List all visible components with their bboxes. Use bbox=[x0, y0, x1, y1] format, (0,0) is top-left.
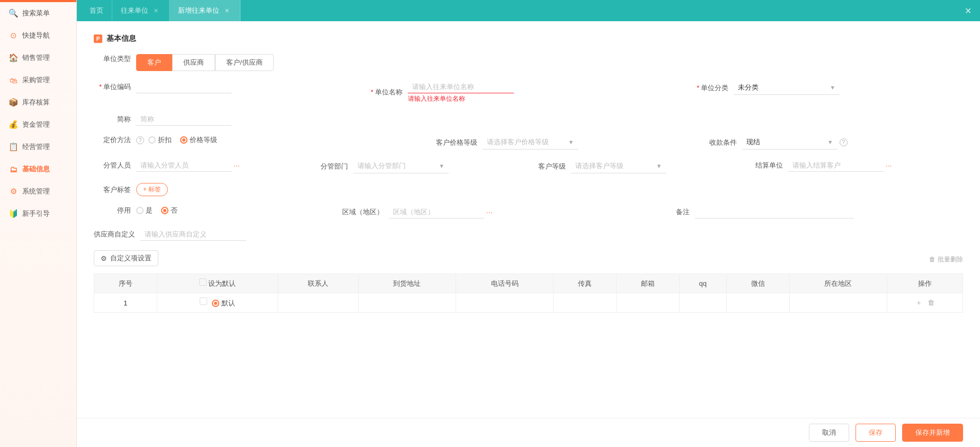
form-row-disabled: 停用 是 否 区域（地区） ··· bbox=[94, 206, 963, 218]
cancel-button[interactable]: 取消 bbox=[809, 424, 849, 442]
field-remark: 备注 bbox=[653, 206, 963, 218]
close-all-tabs[interactable]: ✕ bbox=[960, 4, 976, 18]
tab-home[interactable]: 首页 bbox=[81, 0, 112, 21]
save-button[interactable]: 保存 bbox=[856, 424, 896, 442]
payment-help-icon[interactable]: ? bbox=[840, 138, 848, 146]
form-row-1: 单位编码 000009 单位名称 请输入往来单位名称 单位分类 未分类 ▼ bbox=[94, 81, 963, 103]
unit-name-label: 单位名称 bbox=[366, 87, 408, 97]
field-department: 分管部门 请输入分管部门 ▼ bbox=[311, 159, 528, 173]
add-tag-button[interactable]: + 标签 bbox=[136, 183, 168, 196]
sidebar-item-finance[interactable]: 💰 资金管理 bbox=[0, 113, 76, 136]
radio-no-circle bbox=[161, 207, 168, 214]
customer-price-level-select[interactable]: 请选择客户价格等级 ▼ bbox=[483, 135, 578, 150]
sidebar-item-quick-nav[interactable]: ⊙ 快捷导航 bbox=[0, 24, 76, 47]
sidebar-item-label: 搜索菜单 bbox=[22, 8, 50, 18]
customer-level-select[interactable]: 请选择客户等级 ▼ bbox=[571, 159, 666, 173]
sidebar-item-operations[interactable]: 📋 经营管理 bbox=[0, 136, 76, 158]
col-operation: 操作 bbox=[887, 274, 963, 293]
radio-price-level-label: 价格等级 bbox=[190, 135, 217, 145]
short-name-input[interactable] bbox=[136, 113, 231, 126]
sidebar-item-label: 库存核算 bbox=[22, 98, 50, 107]
custom-settings-button[interactable]: ⚙ 自定义项设置 bbox=[94, 250, 158, 266]
sidebar-item-guide[interactable]: 🔰 新手引导 bbox=[0, 203, 76, 225]
unit-category-value: 未分类 bbox=[738, 83, 830, 92]
settlement-more-icon[interactable]: ··· bbox=[884, 161, 894, 170]
section-title: 基本信息 bbox=[106, 34, 136, 43]
type-btn-customer[interactable]: 客户 bbox=[136, 54, 172, 71]
settlement-unit-label: 结算单位 bbox=[746, 161, 788, 170]
cell-fax bbox=[554, 293, 617, 313]
cell-qq bbox=[679, 293, 727, 313]
manager-input[interactable] bbox=[136, 159, 231, 172]
finance-icon: 💰 bbox=[8, 120, 18, 129]
unit-type-label: 单位类型 bbox=[94, 54, 136, 64]
radio-yes[interactable]: 是 bbox=[136, 206, 153, 215]
radio-price-level[interactable]: 价格等级 bbox=[180, 135, 217, 145]
tab-new-partner[interactable]: 新增往来单位 ✕ bbox=[170, 0, 240, 21]
tab-partners-close[interactable]: ✕ bbox=[152, 6, 161, 15]
region-more-icon[interactable]: ··· bbox=[484, 208, 495, 216]
cell-operation: ＋ 🗑 bbox=[887, 293, 963, 313]
cell-wechat bbox=[727, 293, 790, 313]
sidebar-item-purchase[interactable]: 🛍 采购管理 bbox=[0, 69, 76, 91]
field-disabled: 停用 是 否 bbox=[94, 206, 342, 215]
col-qq: qq bbox=[679, 274, 727, 293]
department-select[interactable]: 请输入分管部门 ▼ bbox=[353, 159, 449, 173]
sidebar-item-sales[interactable]: 🏠 销售管理 bbox=[0, 47, 76, 69]
payment-terms-select[interactable]: 现结 ▼ bbox=[742, 135, 838, 150]
batch-delete-label: 批量删除 bbox=[938, 255, 963, 264]
tab-new-partner-label: 新增往来单位 bbox=[178, 6, 219, 15]
sidebar-item-system[interactable]: ⚙ 系统管理 bbox=[0, 180, 76, 203]
sidebar-item-basic[interactable]: 🗂 基础信息 bbox=[0, 158, 76, 180]
settlement-unit-input[interactable] bbox=[788, 159, 884, 172]
tab-partners[interactable]: 往来单位 ✕ bbox=[112, 0, 170, 21]
gear-icon: ⚙ bbox=[101, 255, 107, 262]
remark-input[interactable] bbox=[695, 206, 854, 218]
department-label: 分管部门 bbox=[311, 162, 353, 171]
col-email: 邮箱 bbox=[616, 274, 679, 293]
manager-more-icon[interactable]: ··· bbox=[231, 161, 242, 170]
pricing-help-icon[interactable]: ? bbox=[136, 136, 144, 144]
row-default-radio[interactable]: 默认 bbox=[212, 299, 235, 308]
footer-bar: 取消 保存 保存并新增 bbox=[77, 418, 980, 447]
batch-delete-button[interactable]: 🗑 批量删除 bbox=[929, 255, 963, 264]
table-section: ⚙ 自定义项设置 🗑 批量删除 序号 设为默认 联系人 到货地址 电话号码 bbox=[94, 250, 963, 313]
sidebar-item-search[interactable]: 🔍 搜索菜单 bbox=[0, 2, 76, 24]
unit-code-input[interactable]: 000009 bbox=[136, 81, 231, 93]
supplier-custom-label: 供应商自定义 bbox=[94, 230, 140, 239]
custom-settings-label: 自定义项设置 bbox=[110, 253, 152, 263]
manager-label: 分管人员 bbox=[94, 161, 136, 170]
type-btn-both[interactable]: 客户/供应商 bbox=[215, 54, 274, 71]
save-new-button[interactable]: 保存并新增 bbox=[902, 424, 963, 442]
cell-phone bbox=[456, 293, 554, 313]
row-delete-icon[interactable]: 🗑 bbox=[928, 299, 934, 306]
col-phone: 电话号码 bbox=[456, 274, 554, 293]
type-btn-supplier[interactable]: 供应商 bbox=[172, 54, 215, 71]
radio-discount[interactable]: 折扣 bbox=[148, 135, 172, 145]
row-checkbox[interactable] bbox=[200, 297, 207, 305]
remark-label: 备注 bbox=[653, 207, 695, 217]
radio-price-level-circle bbox=[180, 136, 188, 144]
sidebar-item-label: 快捷导航 bbox=[22, 31, 50, 40]
tags-label: 客户标签 bbox=[94, 185, 136, 195]
unit-code-label: 单位编码 bbox=[94, 82, 136, 92]
unit-name-input[interactable] bbox=[408, 81, 514, 93]
form-row-pricing: 定价方法 ? 折扣 价格等级 客户价格等级 bbox=[94, 135, 963, 150]
form-row-tags: 客户标签 + 标签 bbox=[94, 183, 963, 196]
col-address: 到货地址 bbox=[358, 274, 456, 293]
data-table: 序号 设为默认 联系人 到货地址 电话号码 传真 邮箱 qq 微信 所在地区 操… bbox=[94, 274, 963, 313]
sidebar-item-label: 销售管理 bbox=[22, 53, 50, 63]
col-contact: 联系人 bbox=[278, 274, 358, 293]
supplier-custom-input[interactable] bbox=[140, 228, 246, 241]
header-checkbox[interactable] bbox=[199, 278, 207, 286]
field-unit-name: 单位名称 请输入往来单位名称 bbox=[366, 81, 691, 103]
radio-no[interactable]: 否 bbox=[161, 206, 177, 215]
row-add-icon[interactable]: ＋ bbox=[915, 299, 922, 306]
region-input[interactable] bbox=[389, 206, 484, 218]
tab-new-partner-close[interactable]: ✕ bbox=[222, 6, 231, 15]
sidebar-item-inventory[interactable]: 📦 库存核算 bbox=[0, 91, 76, 113]
chevron-down-icon-5: ▼ bbox=[656, 163, 662, 169]
unit-category-select[interactable]: 未分类 ▼ bbox=[734, 81, 840, 95]
chevron-down-icon-4: ▼ bbox=[439, 163, 444, 169]
sidebar-item-label: 系统管理 bbox=[22, 187, 50, 196]
